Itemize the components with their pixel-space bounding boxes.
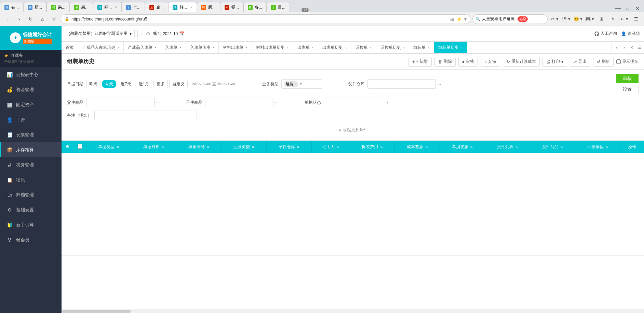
- child-goods-more[interactable]: ···: [275, 100, 279, 105]
- lightning-icon[interactable]: ⚡: [456, 16, 462, 22]
- close-in-hist[interactable]: ×: [213, 46, 215, 49]
- table-header-handler[interactable]: 经手人 ⇅: [311, 141, 350, 153]
- sidebar-favorites[interactable]: ★ 收藏夹 快捷键打开收藏夹: [0, 50, 62, 67]
- nav-tab-assembly-hist[interactable]: 组装单历史 ×: [434, 42, 467, 54]
- collapse-btn[interactable]: ∧ 收起更多条件: [338, 125, 367, 135]
- period-selector[interactable]: 账期 2021-10 📅: [153, 31, 184, 37]
- sort-icon-order-no[interactable]: ⇅: [206, 145, 209, 149]
- browser-tab-7[interactable]: 企 企...: [145, 2, 168, 12]
- add-company-btn[interactable]: +: [140, 31, 143, 37]
- nav-tab-out-history[interactable]: 出库单历史 ×: [318, 42, 351, 54]
- date-more-btn[interactable]: 更多: [153, 80, 168, 88]
- grid-icon[interactable]: ⊞: [596, 14, 606, 24]
- delete-btn[interactable]: 🗑 删除: [434, 57, 456, 67]
- date-yesterday-btn[interactable]: 昨天: [86, 80, 100, 88]
- close-transfer[interactable]: ×: [370, 46, 372, 49]
- window-minimize[interactable]: —: [614, 4, 622, 12]
- close-material-out-hist[interactable]: ×: [287, 46, 289, 49]
- translate-icon[interactable]: 译 ▾: [561, 14, 572, 24]
- date-1month-btn[interactable]: 近1月: [136, 80, 152, 88]
- browser-tab-4[interactable]: 易 易...: [70, 2, 93, 12]
- sidebar-item-fund-mgmt[interactable]: 💰 资金管理: [0, 82, 62, 97]
- close-prod-in-hist[interactable]: ×: [117, 46, 119, 49]
- qr-icon[interactable]: ⊞: [450, 16, 454, 22]
- query-btn[interactable]: 审核: [616, 74, 639, 83]
- sort-icon-child-warehouse[interactable]: ⇅: [297, 145, 299, 149]
- table-header-settings[interactable]: ⚙: [62, 141, 74, 153]
- table-header-biz-type[interactable]: 业务类型 ⇅: [222, 141, 267, 153]
- bookmark-button[interactable]: ☆: [49, 14, 59, 24]
- settings-btn[interactable]: ⚙: [146, 31, 150, 37]
- emoji-icon[interactable]: 😊 ▾: [573, 14, 583, 24]
- sidebar-item-guide[interactable]: 🔰 新手引导: [0, 217, 62, 232]
- sidebar-item-archive[interactable]: 🗂 归档管理: [0, 187, 62, 202]
- table-header-disassemble-cost[interactable]: 拆装费用 ⇅: [350, 141, 395, 153]
- sort-icon-disassemble-cost[interactable]: ⇅: [380, 145, 383, 149]
- table-header-order-no[interactable]: 单据编号 ⇅: [176, 141, 222, 153]
- sort-icon-order-type[interactable]: ⇅: [117, 145, 119, 149]
- sidebar-item-inventory[interactable]: 📦 库存核算: [0, 142, 62, 157]
- biz-type-input[interactable]: 组装 × ▾: [281, 79, 322, 89]
- sort-icon-biz-type[interactable]: ⇅: [252, 145, 254, 149]
- menu-icon[interactable]: ☰: [631, 14, 641, 24]
- nav-tab-production-in-history[interactable]: 产成品入库单历史 ×: [78, 42, 124, 54]
- nav-tab-transfer[interactable]: 调拨单 ×: [351, 42, 376, 54]
- nav-tab-production-in[interactable]: 产成品入库单 ×: [124, 42, 161, 54]
- nav-tab-transfer-hist[interactable]: 调拨单历史 ×: [376, 42, 410, 54]
- order-status-dropdown[interactable]: ▾: [387, 100, 389, 105]
- horizontal-scrollbar[interactable]: [62, 309, 644, 313]
- browser-tab-10[interactable]: M 畅...: [220, 2, 243, 12]
- close-transfer-hist[interactable]: ×: [403, 46, 405, 49]
- address-bar[interactable]: 🔒 https://cloud.chanjet.com/accounting/u…: [61, 14, 470, 24]
- scrollbar-thumb[interactable]: [62, 310, 131, 313]
- tab-close-5[interactable]: ×: [115, 5, 117, 9]
- sort-icon-handler[interactable]: ⇅: [336, 145, 339, 149]
- browser-tab-9[interactable]: 腾 腾...: [197, 2, 220, 12]
- sidebar-item-salary[interactable]: 👤 工资: [0, 112, 62, 127]
- close-out-hist[interactable]: ×: [345, 46, 347, 49]
- user-info[interactable]: 👤 徐泽华: [621, 31, 640, 37]
- table-header-cost-diff[interactable]: 成本差异 ⇅: [395, 141, 440, 153]
- date-7days-btn[interactable]: 近7天: [118, 80, 134, 88]
- undo-icon[interactable]: ↩ ▾: [619, 14, 630, 24]
- nav-tab-in-order[interactable]: 入库单 ×: [161, 42, 186, 54]
- nav-tab-material-out[interactable]: 材料出库单 ×: [219, 42, 252, 54]
- review-btn[interactable]: ● 审核: [458, 57, 478, 67]
- close-out-order[interactable]: ×: [312, 46, 314, 49]
- table-header-order-status[interactable]: 单据状态 ⇅: [440, 141, 485, 153]
- nav-tab-in-history[interactable]: 入库单历史 ×: [186, 42, 219, 54]
- browser-tab-3[interactable]: 易 易...: [46, 2, 70, 12]
- table-header-unit[interactable]: 计量单位 ⇅: [575, 141, 620, 153]
- parent-warehouse-more[interactable]: ···: [437, 81, 441, 87]
- browser-tab-6[interactable]: 个 个...: [122, 2, 145, 12]
- browser-tab-12[interactable]: S 目...: [267, 2, 290, 12]
- company-selector[interactable]: (勿删勿禁用）江西服宝测试专用 ▾: [66, 29, 135, 38]
- browser-tab-8[interactable]: 好 好... ×: [168, 2, 197, 12]
- show-detail-checkbox[interactable]: 显示明细: [616, 59, 639, 65]
- table-select-all[interactable]: [78, 144, 82, 149]
- order-status-input[interactable]: [324, 98, 385, 107]
- window-maximize[interactable]: □: [623, 4, 632, 12]
- sidebar-item-fixed-assets[interactable]: 🏢 固定资产: [0, 97, 62, 112]
- nav-tab-assembly[interactable]: 组装单 ×: [409, 42, 434, 54]
- date-custom-btn[interactable]: 自定义: [169, 80, 188, 88]
- table-header-child-warehouse[interactable]: 子件仓库 ⇅: [267, 141, 312, 153]
- sun-icon[interactable]: ☀: [608, 14, 618, 24]
- close-assembly-hist[interactable]: ×: [461, 46, 463, 49]
- browser-tab-11[interactable]: 各 各...: [243, 2, 267, 12]
- sidebar-item-settlement[interactable]: 📋 结账: [0, 172, 62, 187]
- close-assembly[interactable]: ×: [428, 46, 430, 49]
- browser-search-bar[interactable]: 🔍 大量安卓用户逃离 热搜: [472, 14, 548, 24]
- date-today-btn[interactable]: 今天: [102, 80, 116, 88]
- close-material-out[interactable]: ×: [245, 46, 247, 49]
- back-button[interactable]: ‹: [3, 14, 12, 24]
- tab-scroll-right[interactable]: ›: [621, 43, 628, 52]
- window-close[interactable]: ✕: [633, 4, 641, 12]
- table-header-parent-goods[interactable]: 父件商品 ⇅: [530, 141, 575, 153]
- game-icon[interactable]: 🎮 ▾: [585, 14, 595, 24]
- table-header-order-type[interactable]: 单据类型 ⇅: [86, 141, 131, 153]
- tab-close-all[interactable]: ×: [628, 43, 635, 52]
- table-header-parent-list[interactable]: 父件列表 ⇅: [485, 141, 530, 153]
- sort-icon-cost-diff[interactable]: ⇅: [425, 145, 428, 149]
- tab-menu[interactable]: ☰: [636, 43, 643, 52]
